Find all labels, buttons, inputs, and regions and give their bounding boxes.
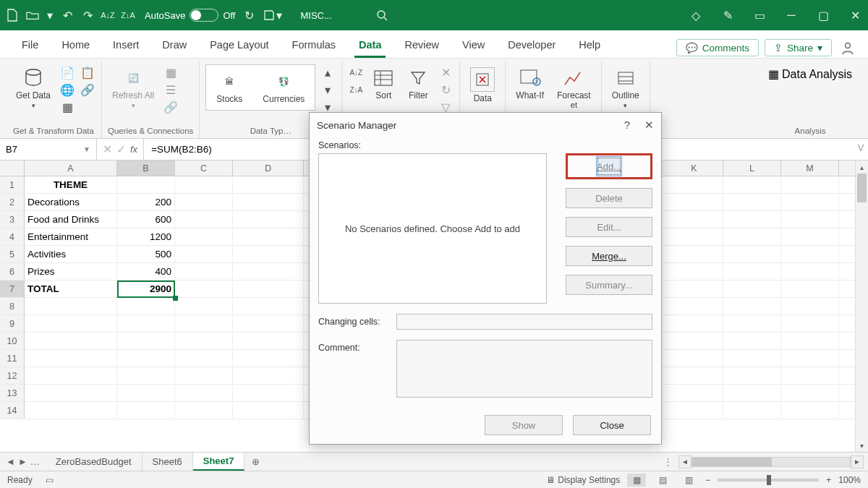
cell[interactable] [175, 228, 233, 245]
horizontal-scrollbar[interactable]: ⋮ ◄ ► [659, 453, 868, 471]
cell[interactable] [233, 385, 304, 401]
filter-button[interactable]: Filter [403, 64, 433, 103]
col-header-b[interactable]: B [117, 160, 175, 176]
row-header[interactable]: 10 [0, 333, 25, 349]
cell[interactable] [723, 385, 781, 401]
cell[interactable] [233, 228, 304, 245]
from-table-icon[interactable]: ▦ [59, 99, 75, 115]
get-data-button[interactable]: Get Data ▾ [12, 64, 55, 112]
col-header-d[interactable]: D [233, 160, 304, 176]
cell[interactable] [723, 228, 781, 245]
stocks-button[interactable]: 🏛 Stocks [206, 67, 252, 108]
reapply-icon[interactable]: ↻ [438, 82, 454, 98]
data-analysis-button[interactable]: ▦ Data Analysis [764, 64, 856, 84]
cell[interactable]: Entertainment [25, 228, 117, 245]
cell[interactable] [665, 298, 723, 314]
edit-links-icon[interactable]: 🔗 [163, 99, 179, 115]
cell[interactable]: 500 [117, 246, 175, 262]
cell[interactable]: Prizes [25, 263, 117, 280]
cell[interactable] [25, 402, 117, 419]
cell[interactable] [175, 402, 233, 419]
cell[interactable] [723, 402, 781, 419]
changing-cells-input[interactable] [396, 314, 652, 330]
sheet-tab[interactable]: ZeroBasedBudget [46, 453, 142, 471]
cell[interactable]: Decorations [25, 194, 117, 210]
data-tools-button[interactable]: Data [466, 64, 499, 106]
comments-button[interactable]: 💬Comments [676, 39, 759, 56]
cell[interactable]: 600 [117, 211, 175, 228]
cell[interactable] [233, 281, 304, 297]
cell[interactable] [175, 315, 233, 332]
sort-asc-icon[interactable]: A↓Z [348, 64, 364, 80]
cell[interactable] [781, 263, 839, 280]
help-icon[interactable]: ? [624, 119, 630, 132]
cell[interactable] [117, 367, 175, 384]
cell[interactable] [175, 194, 233, 210]
expand-formula-icon[interactable]: ⋁ [858, 143, 864, 151]
cell[interactable] [781, 228, 839, 245]
close-button[interactable]: Close [573, 415, 651, 435]
forecast-button[interactable]: Forecast et [553, 64, 595, 112]
cell[interactable]: 1200 [117, 228, 175, 245]
chevron-down-icon[interactable]: ▼ [83, 145, 90, 153]
sheet-tab[interactable]: Sheet6 [142, 453, 193, 471]
cell[interactable] [233, 333, 304, 349]
cell[interactable] [665, 228, 723, 245]
cell[interactable] [781, 298, 839, 314]
cell[interactable] [723, 298, 781, 314]
scroll-down-icon[interactable]: ▾ [856, 439, 868, 452]
cell[interactable]: Food and Drinks [25, 211, 117, 228]
cell[interactable] [665, 315, 723, 332]
cell[interactable] [781, 211, 839, 228]
cell[interactable] [665, 194, 723, 210]
cell[interactable] [781, 246, 839, 262]
cell[interactable] [665, 176, 723, 193]
tab-file[interactable]: File [10, 33, 50, 58]
account-icon[interactable] [838, 38, 858, 58]
comment-input[interactable] [396, 340, 652, 398]
close-icon[interactable]: ✕ [848, 8, 862, 22]
row-header[interactable]: 13 [0, 385, 25, 401]
cell[interactable] [175, 350, 233, 367]
cell[interactable] [25, 367, 117, 384]
tab-view[interactable]: View [451, 33, 496, 58]
maximize-icon[interactable]: ▢ [816, 8, 830, 22]
existing-conn-icon[interactable]: 🔗 [80, 82, 95, 98]
save-icon[interactable] [263, 9, 276, 22]
cell[interactable] [233, 350, 304, 367]
cell-selected[interactable]: 2900 [117, 281, 175, 297]
cell[interactable] [781, 402, 839, 419]
row-header[interactable]: 2 [0, 194, 25, 210]
cell[interactable] [723, 281, 781, 297]
tab-insert[interactable]: Insert [101, 33, 150, 58]
tab-data[interactable]: Data [347, 33, 393, 58]
recent-sources-icon[interactable]: 📋 [80, 64, 95, 80]
cell[interactable] [25, 350, 117, 367]
cell[interactable] [723, 350, 781, 367]
tab-developer[interactable]: Developer [496, 33, 567, 58]
cell[interactable] [665, 211, 723, 228]
new-sheet-button[interactable]: ⊕ [244, 453, 267, 471]
toggle-track[interactable] [190, 9, 218, 22]
tab-formulas[interactable]: Formulas [281, 33, 347, 58]
cell[interactable] [233, 367, 304, 384]
cell[interactable] [117, 350, 175, 367]
row-header[interactable]: 8 [0, 298, 25, 314]
clear-icon[interactable]: ✕ [438, 64, 454, 80]
row-header[interactable]: 14 [0, 402, 25, 419]
scroll-left-icon[interactable]: ◄ [678, 455, 692, 468]
cell[interactable] [175, 333, 233, 349]
refresh-icon[interactable]: ↻ [242, 9, 255, 22]
col-header-l[interactable]: L [723, 160, 781, 176]
zoom-out-icon[interactable]: − [705, 475, 710, 485]
fill-handle[interactable] [173, 296, 178, 301]
cell[interactable] [233, 263, 304, 280]
share-button[interactable]: ⇪Share▾ [765, 39, 832, 56]
cell[interactable] [117, 315, 175, 332]
cell[interactable] [175, 298, 233, 314]
cell[interactable]: 200 [117, 194, 175, 210]
cell[interactable] [665, 263, 723, 280]
scroll-grip-icon[interactable]: ⋮ [663, 456, 673, 467]
zoom-slider[interactable] [718, 479, 819, 481]
scroll-thumb[interactable] [692, 458, 772, 466]
